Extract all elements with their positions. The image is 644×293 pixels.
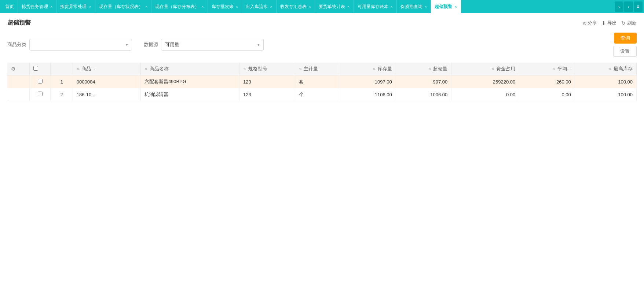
sort-icon: ⇅: [144, 67, 147, 71]
sort-icon: ⇅: [552, 67, 555, 71]
page-title: 超储预警: [7, 19, 31, 27]
row-stock: 1106.00: [340, 88, 396, 101]
select-all-checkbox[interactable]: [33, 66, 38, 71]
refresh-icon: ↻: [621, 20, 626, 26]
chevron-down-icon: ▾: [257, 42, 260, 47]
row-checkbox[interactable]: [38, 92, 43, 96]
export-button[interactable]: ⬇ 导出: [601, 20, 617, 26]
row-stock: 1097.00: [340, 75, 396, 88]
nav-tab-available[interactable]: 可用量库存账本 ×: [354, 0, 397, 13]
close-icon[interactable]: ×: [391, 4, 393, 9]
nav-tab-summary[interactable]: 收发存汇总表 ×: [277, 0, 315, 13]
close-icon[interactable]: ×: [425, 4, 427, 9]
th-product-name[interactable]: ⇅ 商品名称: [140, 63, 239, 75]
row-spec: 123: [239, 88, 295, 101]
data-source-value: 可用量: [165, 41, 179, 48]
sort-icon: ⇅: [491, 67, 494, 71]
nav-tab-inout[interactable]: 出入库流水 ×: [242, 0, 276, 13]
nav-tab-batch[interactable]: 库存批次账 ×: [208, 0, 242, 13]
th-seq: [51, 63, 73, 75]
row-seq: 1: [51, 75, 73, 88]
table-header-row: ⚙ ⇅ 商品... ⇅ 商品名称 ⇅ 规格型号: [7, 63, 637, 75]
nav-tab-task-mgmt[interactable]: 拣货任务管理 ×: [18, 0, 56, 13]
row-checkbox-cell[interactable]: [30, 88, 51, 101]
row-checkbox-cell[interactable]: [30, 75, 51, 88]
row-max-stock: 100.00: [575, 75, 636, 88]
refresh-button[interactable]: ↻ 刷新: [621, 20, 637, 26]
close-icon[interactable]: ×: [270, 4, 272, 9]
product-category-select[interactable]: ▾: [29, 39, 132, 51]
th-spec[interactable]: ⇅ 规格型号: [239, 63, 295, 75]
nav-next-button[interactable]: ›: [624, 1, 633, 12]
sort-icon: ⇅: [373, 67, 376, 71]
data-source-select[interactable]: 可用量 ▾: [161, 39, 264, 51]
row-avg-price: 260.00: [519, 75, 575, 88]
row-unit: 套: [295, 75, 340, 88]
th-checkbox: [30, 63, 51, 75]
row-checkbox[interactable]: [38, 79, 43, 84]
close-icon[interactable]: ×: [309, 4, 311, 9]
nav-tab-demand[interactable]: 要货单统计表 ×: [315, 0, 354, 13]
export-icon: ⬇: [601, 20, 606, 26]
table-body: 1 0000004 六配套新昌490BPG 123 套 1097.00 997.…: [7, 75, 637, 101]
row-unit: 个: [295, 88, 340, 101]
nav-tab-stock-dist[interactable]: 现存量（库存分布表） ×: [151, 0, 208, 13]
row-gear-cell: [7, 75, 30, 88]
close-icon[interactable]: ×: [89, 4, 91, 9]
header-actions: ⎋ 分享 ⬇ 导出 ↻ 刷新: [583, 20, 637, 26]
filter-area: 商品分类 ▾ 数据源 可用量 ▾ 查询 设置: [7, 33, 637, 57]
nav-tab-exception[interactable]: 拣货异常处理 ×: [56, 0, 95, 13]
sort-icon: ⇅: [243, 67, 246, 71]
settings-button[interactable]: 设置: [613, 46, 637, 57]
data-table: ⚙ ⇅ 商品... ⇅ 商品名称 ⇅ 规格型号: [7, 63, 637, 101]
row-over-stock: 997.00: [396, 75, 451, 88]
th-stock[interactable]: ⇅ 库存量: [340, 63, 396, 75]
row-product-name: 六配套新昌490BPG: [140, 75, 239, 88]
sort-icon: ⇅: [299, 67, 302, 71]
th-over-stock[interactable]: ⇅ 超储量: [396, 63, 451, 75]
th-unit[interactable]: ⇅ 主计量: [295, 63, 340, 75]
table-row: 1 0000004 六配套新昌490BPG 123 套 1097.00 997.…: [7, 75, 637, 88]
row-seq: 2: [51, 88, 73, 101]
sort-icon: ⇅: [428, 67, 431, 71]
product-category-filter: 商品分类 ▾: [7, 39, 132, 51]
row-capital: 0.00: [451, 88, 519, 101]
row-spec: 123: [239, 75, 295, 88]
row-avg-price: 0.00: [519, 88, 575, 101]
close-icon[interactable]: ×: [236, 4, 238, 9]
nav-tab-stock-status[interactable]: 现存量（库存状况表） ×: [95, 0, 151, 13]
nav-prev-button[interactable]: ‹: [615, 1, 623, 12]
nav-tab-overstock[interactable]: 超储预警 ×: [431, 0, 461, 13]
nav-tab-home[interactable]: 首页: [1, 0, 18, 13]
chevron-down-icon: ▾: [126, 42, 128, 47]
row-product-name: 机油滤清器: [140, 88, 239, 101]
page-header: 超储预警 ⎋ 分享 ⬇ 导出 ↻ 刷新: [7, 19, 637, 27]
sort-icon: ⇅: [77, 67, 80, 71]
close-icon[interactable]: ×: [50, 4, 52, 9]
data-source-label: 数据源: [144, 41, 158, 48]
close-icon[interactable]: ×: [201, 4, 204, 9]
close-icon[interactable]: ×: [454, 4, 457, 9]
th-max-stock[interactable]: ⇅ 最高库存: [575, 63, 636, 75]
row-capital: 259220.00: [451, 75, 519, 88]
row-over-stock: 1006.00: [396, 88, 451, 101]
th-avg-price[interactable]: ⇅ 平均...: [519, 63, 575, 75]
product-category-label: 商品分类: [7, 41, 26, 48]
nav-more-button[interactable]: ≡: [634, 1, 643, 12]
nav-arrows: ‹ › ≡: [615, 1, 643, 12]
nav-tab-expiry[interactable]: 保质期查询 ×: [397, 0, 431, 13]
th-capital[interactable]: ⇅ 资金占用: [451, 63, 519, 75]
query-button[interactable]: 查询: [614, 33, 637, 44]
close-icon[interactable]: ×: [145, 4, 147, 9]
share-icon: ⎋: [583, 20, 586, 26]
close-icon[interactable]: ×: [347, 4, 350, 9]
th-gear: ⚙: [7, 63, 30, 75]
gear-icon[interactable]: ⚙: [11, 66, 16, 72]
row-gear-cell: [7, 88, 30, 101]
top-nav: 首页 拣货任务管理 × 拣货异常处理 × 现存量（库存状况表） × 现存量（库存…: [0, 0, 644, 13]
row-product-code: 186-10...: [73, 88, 140, 101]
row-product-code: 0000004: [73, 75, 140, 88]
data-source-filter: 数据源 可用量 ▾: [144, 39, 264, 51]
share-button[interactable]: ⎋ 分享: [583, 20, 597, 26]
th-product-code[interactable]: ⇅ 商品...: [73, 63, 140, 75]
